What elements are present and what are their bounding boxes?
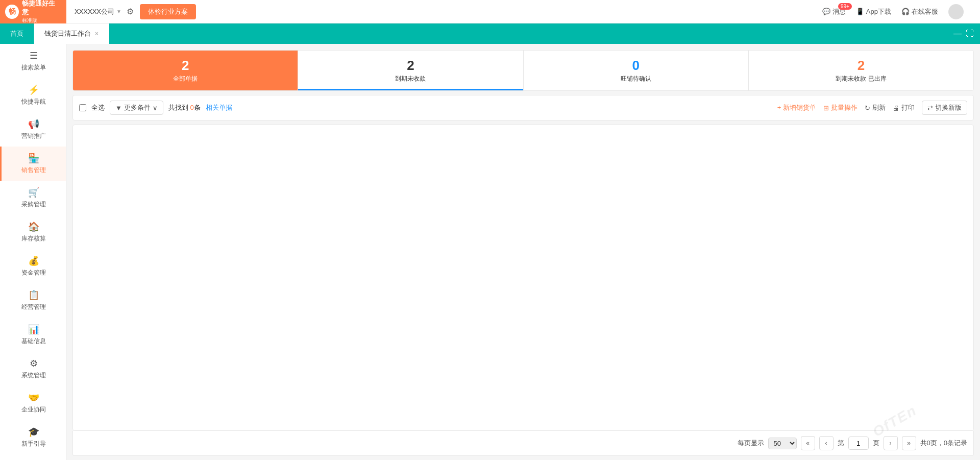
underline-indicator xyxy=(298,89,523,90)
sidebar-item-finance[interactable]: 💰 资金管理 xyxy=(0,249,66,283)
toolbar-right: + 新增销货单 ⊞ 批量操作 ↻ 刷新 🖨 打印 ⇄ 切换新版 xyxy=(777,101,967,115)
close-tab-icon[interactable]: × xyxy=(95,30,99,37)
logo-main-text: 畅捷通好生意 xyxy=(22,0,61,17)
sales-icon: 🏪 xyxy=(28,153,39,164)
stat-label-overdue: 到期未收款 xyxy=(308,75,512,83)
company-selector[interactable]: XXXXXX公司 ▼ xyxy=(75,7,121,16)
sidebar-item-label: 采购管理 xyxy=(21,200,46,209)
sidebar: ☰ 搜索菜单 ⚡ 快捷导航 📢 营销推广 🏪 销售管理 🛒 采购管理 🏠 库存核… xyxy=(0,44,66,460)
per-page-label: 每页显示 xyxy=(738,439,764,448)
switch-label: 切换新版 xyxy=(935,103,962,112)
new-order-button[interactable]: + 新增销货单 xyxy=(777,103,816,112)
window-max-icon[interactable]: ⛶ xyxy=(966,29,974,38)
switch-version-btn[interactable]: ⇄ 切换新版 xyxy=(922,101,967,115)
sidebar-item-purchase-mgmt[interactable]: 🛒 采购管理 xyxy=(0,181,66,215)
prev-page-btn[interactable]: ‹ xyxy=(819,436,834,450)
nav-tab-end: — ⛶ xyxy=(953,29,980,38)
app-download-icon: 📱 xyxy=(856,8,864,15)
sidebar-item-label: 库存核算 xyxy=(21,234,46,243)
sidebar-item-enterprise[interactable]: 🤝 企业协同 xyxy=(0,386,66,420)
stat-num-overdue-out: 2 xyxy=(759,58,963,74)
stat-card-overdue-out[interactable]: 2 到期未收款 已出库 xyxy=(749,51,973,90)
per-page-select[interactable]: 50 100 200 xyxy=(768,438,797,449)
tab-active-label: 钱货日清工作台 xyxy=(44,29,91,38)
pagination: 每页显示 50 100 200 « ‹ 第 页 › » 共0页，0条记录 xyxy=(72,431,974,456)
batch-label: 批量操作 xyxy=(831,103,857,112)
stat-card-all[interactable]: 2 全部单据 xyxy=(73,51,298,90)
stat-num-overdue: 2 xyxy=(308,58,512,74)
print-btn[interactable]: 🖨 打印 xyxy=(893,103,915,112)
sidebar-item-marketing[interactable]: 📢 营销推广 xyxy=(0,112,66,147)
tab-home[interactable]: 首页 xyxy=(0,23,34,44)
refresh-btn[interactable]: ↻ 刷新 xyxy=(865,103,886,112)
stat-num-pending: 0 xyxy=(534,58,738,74)
sidebar-item-label: 资金管理 xyxy=(21,269,46,277)
filter-label: 更多条件 xyxy=(124,103,151,112)
first-page-btn[interactable]: « xyxy=(801,436,815,450)
page-suffix: 页 xyxy=(873,439,879,448)
stat-card-pending[interactable]: 0 旺铺待确认 xyxy=(524,51,749,90)
sidebar-item-guide[interactable]: 🎓 新手引导 xyxy=(0,420,66,454)
main-layout: ☰ 搜索菜单 ⚡ 快捷导航 📢 营销推广 🏪 销售管理 🛒 采购管理 🏠 库存核… xyxy=(0,44,980,460)
trial-button[interactable]: 体验行业方案 xyxy=(140,4,196,19)
sidebar-item-search-menu[interactable]: ☰ 搜索菜单 xyxy=(0,44,66,78)
stat-num-all: 2 xyxy=(83,58,287,74)
sidebar-item-operations[interactable]: 📋 经营管理 xyxy=(0,283,66,318)
sidebar-item-sys-mgmt[interactable]: ⚙ 系统管理 xyxy=(0,352,66,386)
top-header: 畅 畅捷通好生意 标准版 XXXXXX公司 ▼ ⚙ 体验行业方案 💬 消息 99… xyxy=(0,0,980,23)
sidebar-item-basic-info[interactable]: 📊 基础信息 xyxy=(0,318,66,352)
current-page-label: 第 xyxy=(838,439,844,448)
sidebar-item-label: 系统管理 xyxy=(21,371,46,380)
message-badge: 99+ xyxy=(838,3,852,10)
message-icon: 💬 xyxy=(822,8,830,15)
batch-icon: ⊞ xyxy=(823,104,829,112)
marketing-icon: 📢 xyxy=(28,118,39,130)
enterprise-icon: 🤝 xyxy=(28,392,39,403)
batch-operation-btn[interactable]: ⊞ 批量操作 xyxy=(823,103,857,112)
logo-icon: 畅 xyxy=(5,5,19,19)
logo-text: 畅捷通好生意 标准版 xyxy=(22,0,61,23)
print-label: 打印 xyxy=(901,103,915,112)
next-page-btn[interactable]: › xyxy=(884,436,898,450)
related-orders-link[interactable]: 相关单据 xyxy=(206,103,232,112)
tab-active[interactable]: 钱货日清工作台 × xyxy=(34,23,109,44)
search-menu-icon: ☰ xyxy=(30,50,38,61)
sidebar-item-quick-nav[interactable]: ⚡ 快捷导航 xyxy=(0,78,66,112)
switch-icon: ⇄ xyxy=(927,104,933,112)
company-arrow: ▼ xyxy=(116,9,121,14)
refresh-icon: ↻ xyxy=(865,104,870,112)
filter-button[interactable]: ▼ 更多条件 ∨ xyxy=(110,101,163,115)
message-btn[interactable]: 💬 消息 99+ xyxy=(822,7,846,16)
stat-card-overdue[interactable]: 2 到期未收款 xyxy=(298,51,523,90)
last-page-btn[interactable]: » xyxy=(902,436,916,450)
select-all-checkbox[interactable] xyxy=(79,104,86,111)
sidebar-item-inventory[interactable]: 🏠 库存核算 xyxy=(0,215,66,249)
online-service-btn[interactable]: 🎧 在线客服 xyxy=(901,7,938,16)
found-text: 共找到 0条 xyxy=(168,103,201,112)
avatar[interactable] xyxy=(948,4,964,19)
filter-icon: ▼ xyxy=(115,104,122,112)
sidebar-item-label: 经营管理 xyxy=(21,303,46,311)
select-all-label: 全选 xyxy=(91,103,105,112)
sidebar-item-app-center[interactable]: 📦 应用中心 xyxy=(0,454,66,460)
table-area xyxy=(72,125,974,431)
sidebar-item-label: 销售管理 xyxy=(21,166,46,175)
page-number-input[interactable] xyxy=(848,437,869,450)
sidebar-item-label: 营销推广 xyxy=(21,132,46,140)
inventory-icon: 🏠 xyxy=(28,221,39,232)
sidebar-item-label: 基础信息 xyxy=(21,337,46,346)
window-min-icon[interactable]: — xyxy=(953,29,962,38)
toolbar: 全选 ▼ 更多条件 ∨ 共找到 0条 相关单据 + 新增销货单 ⊞ 批量操作 xyxy=(72,95,974,120)
guide-icon: 🎓 xyxy=(28,426,39,438)
purchase-icon: 🛒 xyxy=(28,187,39,198)
online-service-label: 在线客服 xyxy=(912,7,938,16)
app-download-btn[interactable]: 📱 App下载 xyxy=(856,7,891,16)
sidebar-item-sales-mgmt[interactable]: 🏪 销售管理 xyxy=(0,147,66,181)
basic-info-icon: 📊 xyxy=(28,324,39,335)
app-download-label: App下载 xyxy=(866,7,891,16)
sys-mgmt-icon: ⚙ xyxy=(30,358,38,369)
stat-label-overdue-out: 到期未收款 已出库 xyxy=(759,75,963,83)
settings-icon[interactable]: ⚙ xyxy=(127,7,134,16)
filter-arrow: ∨ xyxy=(153,104,158,112)
sidebar-item-label: 新手引导 xyxy=(21,440,46,448)
